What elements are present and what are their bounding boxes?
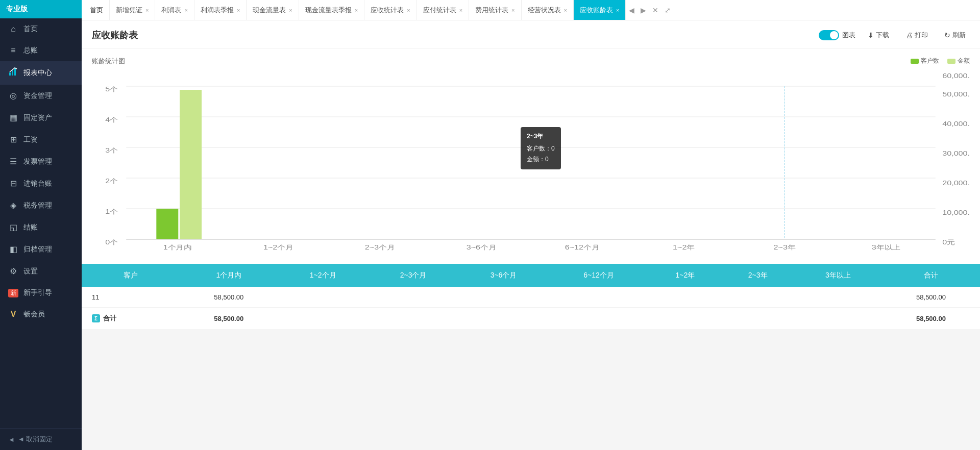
tab-expense-stat[interactable]: 费用统计表 × (469, 0, 521, 20)
tab-receivable-stat-label: 应收统计表 (371, 6, 404, 15)
row-2-3m (368, 287, 458, 308)
col-1m: 1个月内 (180, 264, 278, 287)
tab-expense-stat-close[interactable]: × (511, 7, 514, 13)
tab-payable-stat[interactable]: 应付统计表 × (417, 0, 469, 20)
sidebar-item-guide[interactable]: 新 新手引导 (0, 282, 82, 304)
table-header: 客户 1个月内 1~2个月 2~3个月 3~6个月 6~12个月 1~2年 2~… (82, 264, 980, 287)
download-label: 下载 (876, 31, 889, 40)
table-footer-row: Σ 合计 58,500.00 58 (82, 308, 980, 330)
svg-text:2~3年: 2~3年 (774, 244, 796, 251)
tab-operation-stat[interactable]: 经营状况表 × (522, 0, 574, 20)
collapse-sidebar-button[interactable]: ◄ ◄ 取消固定 (0, 428, 82, 450)
sidebar-item-settle[interactable]: ◱ 结账 (0, 216, 82, 238)
tab-profit-quarterly-label: 利润表季报 (201, 6, 234, 15)
table-footer: Σ 合计 58,500.00 58 (82, 308, 980, 330)
ledger-icon: ≡ (8, 46, 18, 55)
tab-cashflow-quarterly[interactable]: 现金流量表季报 × (299, 0, 364, 20)
home-icon: ⌂ (8, 24, 18, 34)
sidebar-item-assets[interactable]: ▦ 固定资产 (0, 107, 82, 129)
sidebar-item-label: 畅会员 (23, 310, 45, 319)
header-actions: 图表 ⬇ 下载 🖨 打印 ↻ 刷新 (819, 29, 970, 42)
chart-title: 账龄统计图 (92, 57, 970, 66)
tab-expand-button[interactable]: ⤢ (662, 0, 674, 20)
sidebar-item-label: 发票管理 (23, 157, 52, 166)
tab-receivable-aging-close[interactable]: × (616, 7, 619, 13)
footer-1m: 58,500.00 (180, 308, 278, 330)
tab-receivable-aging[interactable]: 应收账龄表 × (574, 0, 626, 20)
tab-profit-close[interactable]: × (184, 7, 187, 13)
data-table-container: 客户 1个月内 1~2个月 2~3个月 3~6个月 6~12个月 1~2年 2~… (82, 264, 980, 329)
sidebar: 专业版 ⌂ 首页 ≡ 总账 报表中心 ◎ 资金管理 ▦ 固定资产 ⊞ 工资 ☰ … (0, 0, 82, 450)
legend-customer-label: 客户数 (921, 57, 939, 65)
tab-profit-quarterly-close[interactable]: × (237, 7, 240, 13)
tab-cashflow-quarterly-close[interactable]: × (355, 7, 358, 13)
svg-text:1~2年: 1~2年 (673, 244, 695, 251)
row-1m: 58,500.00 (180, 287, 278, 308)
tab-receivable-stat[interactable]: 应收统计表 × (364, 0, 416, 20)
refresh-button[interactable]: ↻ 刷新 (940, 29, 970, 42)
print-icon: 🖨 (905, 31, 913, 39)
sidebar-item-archive[interactable]: ◧ 归档管理 (0, 238, 82, 260)
tab-payable-stat-label: 应付统计表 (423, 6, 456, 15)
footer-1-2y (649, 308, 721, 330)
svg-rect-0 (9, 72, 11, 76)
sidebar-item-label: 报表中心 (23, 68, 52, 78)
col-2-3y: 2~3年 (722, 264, 794, 287)
bar-chart: 0个 1个 2个 3个 4个 5个 0元 10,000.00元 20,000.0… (92, 71, 970, 255)
sidebar-item-tax[interactable]: ◈ 税务管理 (0, 194, 82, 216)
tab-prev-button[interactable]: ◀ (626, 0, 638, 20)
sidebar-item-settings[interactable]: ⚙ 设置 (0, 260, 82, 282)
tab-operation-stat-close[interactable]: × (564, 7, 567, 13)
toggle-track[interactable] (819, 30, 839, 40)
tab-cashflow[interactable]: 现金流量表 × (247, 0, 299, 20)
chart-toggle[interactable]: 图表 (819, 30, 855, 40)
tab-voucher-close[interactable]: × (145, 7, 149, 13)
sidebar-item-ledger[interactable]: ≡ 总账 (0, 40, 82, 61)
tab-receivable-stat-close[interactable]: × (407, 7, 410, 13)
legend-customer-count: 客户数 (911, 57, 939, 65)
tab-receivable-aging-label: 应收账龄表 (580, 6, 613, 15)
tab-profit[interactable]: 利润表 × (155, 0, 194, 20)
row-2-3y (722, 287, 794, 308)
tab-operation-stat-label: 经营状况表 (528, 6, 561, 15)
guide-icon: 新 (8, 289, 18, 297)
tab-cashflow-close[interactable]: × (289, 7, 292, 13)
sidebar-item-home[interactable]: ⌂ 首页 (0, 18, 82, 40)
tab-home[interactable]: 首页 (84, 0, 110, 20)
footer-label: Σ 合计 (82, 308, 180, 330)
collapse-label: ◄ 取消固定 (18, 435, 53, 444)
svg-text:4个: 4个 (105, 116, 118, 123)
sidebar-item-salary[interactable]: ⊞ 工资 (0, 129, 82, 151)
footer-3y-plus (794, 308, 882, 330)
svg-text:40,000.00元: 40,000.00元 (942, 120, 970, 128)
tab-profit-quarterly[interactable]: 利润表季报 × (194, 0, 247, 20)
svg-text:30,000.00元: 30,000.00元 (942, 150, 970, 157)
tab-close-all-button[interactable]: ✕ (649, 0, 662, 20)
tab-voucher[interactable]: 新增凭证 × (110, 0, 155, 20)
chart-wrapper: 0个 1个 2个 3个 4个 5个 0元 10,000.00元 20,000.0… (92, 71, 970, 255)
footer-2-3m (368, 308, 458, 330)
tab-payable-stat-close[interactable]: × (459, 7, 462, 13)
sidebar-item-reports[interactable]: 报表中心 (0, 61, 82, 85)
funds-icon: ◎ (8, 91, 18, 101)
svg-text:1~2个月: 1~2个月 (263, 244, 293, 251)
table-body: 11 58,500.00 58,500.00 (82, 287, 980, 308)
tab-next-button[interactable]: ▶ (638, 0, 649, 20)
reports-icon (8, 67, 18, 79)
sidebar-item-vip[interactable]: V 畅会员 (0, 304, 82, 325)
svg-text:6~12个月: 6~12个月 (565, 244, 600, 251)
row-1-2m (278, 287, 368, 308)
col-6-12m: 6~12个月 (549, 264, 649, 287)
toggle-thumb (830, 31, 838, 39)
row-3y-plus (794, 287, 882, 308)
print-button[interactable]: 🖨 打印 (901, 29, 932, 42)
refresh-icon: ↻ (944, 31, 950, 39)
svg-text:5个: 5个 (105, 86, 118, 93)
footer-3-6m (458, 308, 549, 330)
bar-amount-1m (180, 90, 202, 239)
download-button[interactable]: ⬇ 下载 (864, 29, 893, 42)
sidebar-item-inventory[interactable]: ⊟ 进销台账 (0, 172, 82, 194)
sidebar-item-invoice[interactable]: ☰ 发票管理 (0, 151, 82, 172)
sidebar-item-funds[interactable]: ◎ 资金管理 (0, 85, 82, 107)
chart-container: 账龄统计图 客户数 金额 0个 1个 (82, 48, 980, 263)
